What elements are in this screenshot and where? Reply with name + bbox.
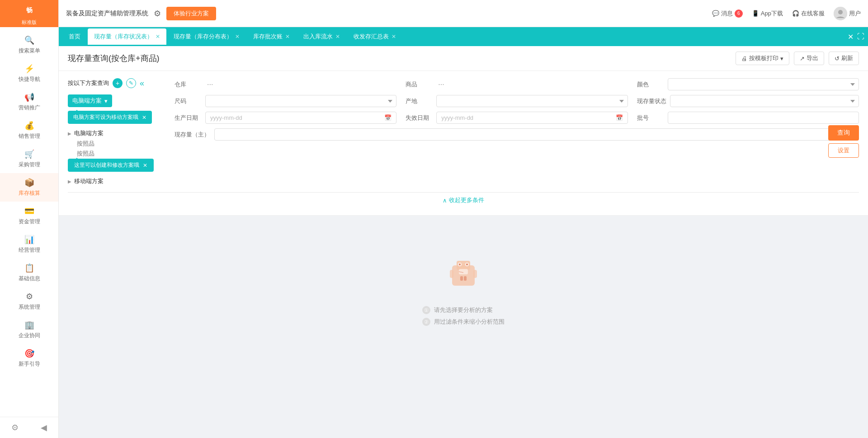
stock-main-from[interactable] bbox=[214, 128, 849, 141]
page-title: 现存量查询(按仓库+商品) bbox=[68, 53, 160, 64]
warehouse-dots[interactable]: ··· bbox=[207, 80, 213, 89]
tab-close-inventory-status[interactable]: ✕ bbox=[156, 33, 160, 40]
tab-label-collect-summary: 收发存汇总表 bbox=[354, 33, 389, 41]
expiry-date-placeholder: yyyy-mm-dd bbox=[441, 114, 473, 121]
scheme-subitem-2[interactable]: 按照品 bbox=[77, 149, 167, 159]
tab-close-collect-summary[interactable]: ✕ bbox=[392, 33, 396, 40]
settings-icon[interactable]: ⚙ bbox=[154, 9, 161, 19]
sidebar-label-system: 系统管理 bbox=[19, 303, 40, 311]
search-icon: 🔍 bbox=[24, 35, 34, 45]
production-calendar-icon: 📅 bbox=[384, 114, 392, 121]
tab-inventory-dist[interactable]: 现存量（库存分布表） ✕ bbox=[167, 28, 246, 45]
tab-close-in-out-flow[interactable]: ✕ bbox=[335, 33, 340, 40]
svg-rect-14 bbox=[473, 270, 477, 278]
empty-state: ① 请先选择要分析的方案 ② 用过滤条件来缩小分析范围 bbox=[59, 216, 868, 364]
tip2-num: ② bbox=[422, 318, 430, 326]
production-date-input[interactable]: yyyy-mm-dd 📅 bbox=[205, 112, 396, 124]
goods-field: 商品 ··· bbox=[406, 80, 627, 89]
sidebar-item-operations[interactable]: 📊 经营管理 bbox=[0, 230, 58, 259]
stock-status-select[interactable] bbox=[670, 95, 859, 107]
scheme-subitem-1[interactable]: 按照品 bbox=[77, 139, 167, 149]
print-btn[interactable]: 🖨 按模板打印 ▾ bbox=[736, 52, 789, 65]
message-item[interactable]: 💬 消息 6 bbox=[712, 9, 743, 18]
tab-collect-summary[interactable]: 收发存汇总表 ✕ bbox=[347, 28, 402, 45]
origin-field: 产地 bbox=[406, 95, 627, 107]
sidebar-item-finance[interactable]: 💳 资金管理 bbox=[0, 202, 58, 230]
tab-inventory-status[interactable]: 现存量（库存状况表） ✕ bbox=[88, 28, 166, 45]
sidebar-item-quicknav[interactable]: ⚡ 快捷导航 bbox=[0, 59, 58, 88]
batch-no-label: 批号 bbox=[637, 114, 664, 122]
filter-add-btn[interactable]: + bbox=[113, 78, 123, 88]
scheme-desktop-item[interactable]: ▶ 电脑端方案 bbox=[68, 128, 167, 139]
app-download-item[interactable]: 📱 App下载 bbox=[752, 9, 783, 18]
expiry-calendar-icon: 📅 bbox=[616, 114, 623, 121]
scheme-tooltip-close[interactable]: ✕ bbox=[142, 114, 146, 121]
top-header: 装备及固定资产辅助管理系统 ⚙ 体验行业方案 💬 消息 6 📱 App下载 🎧 … bbox=[59, 0, 868, 27]
sidebar-bottom: ⚙ ◀ bbox=[0, 417, 58, 438]
sidebar-label-search: 搜索菜单 bbox=[19, 47, 40, 55]
tab-batch-ledger[interactable]: 库存批次账 ✕ bbox=[247, 28, 296, 45]
sidebar-item-system[interactable]: ⚙ 系统管理 bbox=[0, 287, 58, 316]
reset-btn[interactable]: 设置 bbox=[828, 143, 859, 158]
user-item[interactable]: 用户 bbox=[834, 7, 861, 20]
scheme-tree: ▶ 电脑端方案 按照品 按照品 这里可以创建和修改方案哦 ✕ bbox=[68, 128, 167, 187]
create-tooltip-close[interactable]: ✕ bbox=[143, 162, 147, 169]
size-select[interactable] bbox=[205, 95, 396, 107]
scheme-dropdown-btn[interactable]: 电脑端方案 ▾ bbox=[68, 94, 112, 107]
avatar bbox=[834, 7, 847, 20]
sidebar-label-basicinfo: 基础信息 bbox=[19, 275, 40, 283]
expiry-date-label: 失效日期 bbox=[406, 114, 433, 122]
collapse-chevron-icon: ∧ bbox=[443, 197, 447, 204]
sidebar-item-marketing[interactable]: 📢 营销推广 bbox=[0, 88, 58, 116]
message-badge: 6 bbox=[735, 9, 743, 18]
sidebar-label-operations: 经营管理 bbox=[19, 246, 40, 254]
export-btn[interactable]: ↗ 导出 bbox=[794, 52, 824, 65]
scheme-tooltip: 电脑方案可设为移动方案哦 ✕ bbox=[68, 111, 152, 124]
online-service-item[interactable]: 🎧 在线客服 bbox=[792, 9, 825, 18]
sidebar-item-enterprise[interactable]: 🏢 企业协同 bbox=[0, 316, 58, 344]
batch-no-field: 批号 bbox=[637, 112, 859, 124]
chevron-down-icon: ▾ bbox=[780, 55, 783, 62]
tab-maximize-icon[interactable]: ⛶ bbox=[857, 33, 864, 41]
origin-select[interactable] bbox=[436, 95, 627, 107]
app-download-label: App下载 bbox=[761, 9, 783, 18]
online-service-label: 在线客服 bbox=[801, 9, 825, 18]
sidebar-item-sales[interactable]: 💰 销售管理 bbox=[0, 116, 58, 145]
purchase-icon: 🛒 bbox=[24, 149, 34, 159]
tab-in-out-flow[interactable]: 出入库流水 ✕ bbox=[297, 28, 346, 45]
color-select[interactable] bbox=[668, 78, 859, 90]
sidebar-item-search[interactable]: 🔍 搜索菜单 bbox=[0, 31, 58, 59]
industry-btn[interactable]: 体验行业方案 bbox=[166, 7, 216, 20]
scheme-mobile-item[interactable]: ▶ 移动端方案 bbox=[68, 176, 167, 187]
sidebar-item-newguide[interactable]: 🎯 新手引导 bbox=[0, 344, 58, 372]
sidebar-label-inventory: 库存核算 bbox=[19, 189, 40, 197]
tab-close-all-icon[interactable]: ✕ bbox=[848, 33, 854, 41]
refresh-btn[interactable]: ↺ 刷新 bbox=[829, 52, 859, 65]
phone-icon: 📱 bbox=[752, 10, 759, 17]
filter-area: 按以下方案查询 + ✎ « 电脑端方案 ▾ 电脑方案可设为移动方案哦 bbox=[59, 71, 868, 216]
svg-rect-12 bbox=[464, 276, 467, 281]
tab-close-inventory-dist[interactable]: ✕ bbox=[235, 33, 240, 40]
sidebar-item-basicinfo[interactable]: 📋 基础信息 bbox=[0, 259, 58, 287]
sidebar-item-purchase[interactable]: 🛒 采购管理 bbox=[0, 145, 58, 173]
empty-tip-1: ① 请先选择要分析的方案 bbox=[422, 304, 505, 316]
expiry-date-input[interactable]: yyyy-mm-dd 📅 bbox=[436, 112, 627, 124]
tab-label-inventory-dist: 现存量（库存分布表） bbox=[174, 33, 232, 41]
collapse-sidebar-icon[interactable]: ◀ bbox=[41, 423, 47, 433]
empty-tip-2: ② 用过滤条件来缩小分析范围 bbox=[422, 316, 505, 328]
filter-edit-btn[interactable]: ✎ bbox=[126, 78, 136, 88]
quicknav-icon: ⚡ bbox=[24, 64, 34, 74]
filter-back-btn[interactable]: « bbox=[140, 79, 144, 88]
tab-bar: 首页 现存量（库存状况表） ✕ 现存量（库存分布表） ✕ 库存批次账 ✕ 出入库… bbox=[59, 27, 868, 46]
collapse-btn[interactable]: ∧ 收起更多条件 bbox=[68, 193, 859, 208]
tab-close-batch-ledger[interactable]: ✕ bbox=[285, 33, 290, 40]
batch-no-input[interactable] bbox=[668, 112, 859, 124]
stock-status-field: 现存量状态 bbox=[637, 95, 859, 107]
search-btn[interactable]: 查询 bbox=[828, 125, 859, 141]
stock-main-label: 现存量（主） bbox=[175, 131, 210, 139]
sidebar-item-inventory[interactable]: 📦 库存核算 bbox=[0, 173, 58, 202]
sidebar-logo: 畅 标准版 bbox=[0, 0, 58, 27]
goods-dots[interactable]: ··· bbox=[438, 80, 444, 89]
settings-bottom-icon[interactable]: ⚙ bbox=[11, 423, 19, 433]
tab-home[interactable]: 首页 bbox=[62, 28, 87, 45]
